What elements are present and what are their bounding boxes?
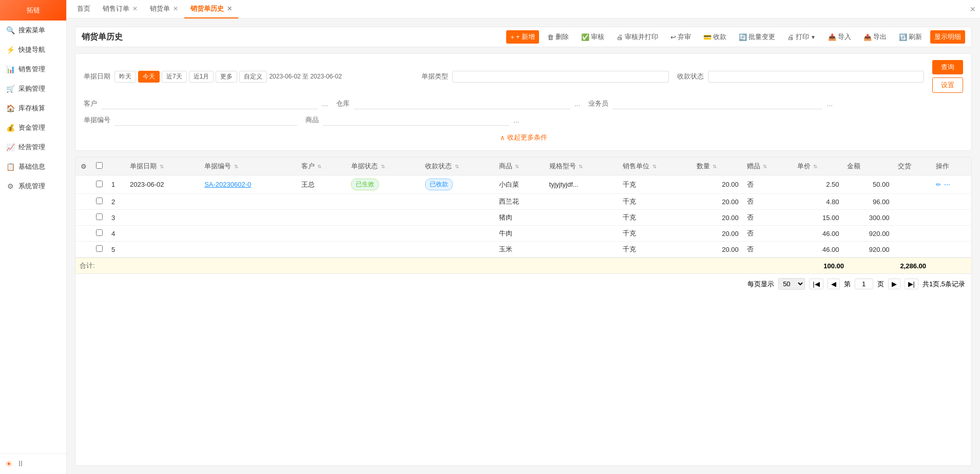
tab-sales-order-close[interactable]: ✕: [132, 5, 138, 12]
delete-button[interactable]: 🗑 删除: [543, 30, 573, 44]
basic-info-icon: 📋: [6, 163, 14, 171]
cell-amount: 920.00: [843, 242, 893, 258]
select-all-checkbox[interactable]: [96, 162, 103, 169]
print-button[interactable]: 🖨 打印 ▼: [783, 30, 820, 44]
tab-sales-order[interactable]: 销售订单 ✕: [97, 0, 144, 18]
search-menu-icon: 🔍: [6, 26, 14, 34]
sidebar-item-inventory[interactable]: 🏠 库存核算: [0, 98, 66, 118]
date-btn-yesterday[interactable]: 昨天: [114, 71, 136, 83]
col-doc-status[interactable]: 单据状态 ⇅: [347, 157, 421, 175]
collapse-btn[interactable]: ∧ 收起更多条件: [84, 131, 963, 144]
row-checkbox[interactable]: [96, 229, 103, 236]
cell-doc-date: [126, 242, 200, 258]
col-quantity[interactable]: 数量 ⇅: [693, 157, 743, 175]
col-payment-status[interactable]: 收款状态 ⇅: [421, 157, 495, 175]
salesperson-input[interactable]: [612, 98, 822, 109]
set-button[interactable]: 设置: [932, 77, 963, 93]
refresh-button[interactable]: 🔃 刷新: [895, 30, 926, 44]
query-button[interactable]: 查询: [932, 60, 963, 74]
cell-actions: [932, 194, 972, 210]
tab-sales-history[interactable]: 销货单历史 ✕: [184, 0, 238, 18]
col-spec-type[interactable]: 规格型号 ⇅: [545, 157, 619, 175]
payment-status-select[interactable]: [708, 71, 925, 83]
customer-ellipsis[interactable]: ...: [322, 100, 328, 108]
toolbar: 销货单历史 + + 新增 🗑 删除 ✅ 审核 🖨 审核并打印: [75, 27, 972, 47]
col-customer[interactable]: 客户 ⇅: [297, 157, 348, 175]
goods-ellipsis[interactable]: ...: [513, 116, 520, 124]
salesperson-ellipsis[interactable]: ...: [827, 100, 833, 108]
approve-button[interactable]: ✅ 审核: [577, 30, 608, 44]
more-action[interactable]: ⋯: [944, 181, 950, 188]
goods-input[interactable]: [323, 114, 509, 126]
page-size-select[interactable]: 50 100 200: [778, 278, 805, 290]
doc-no-link[interactable]: SA-20230602-0: [204, 181, 251, 188]
doc-type-select[interactable]: [452, 71, 669, 83]
table-row: 2 西兰花 千克 20.00 否 4.80 96.00: [75, 194, 971, 210]
import-button[interactable]: 📥 导入: [824, 30, 855, 44]
sidebar-item-search-menu[interactable]: 🔍 搜索菜单: [0, 21, 66, 40]
sidebar-item-basic-info[interactable]: 📋 基础信息: [0, 157, 66, 176]
show-details-button[interactable]: 显示明细: [930, 30, 965, 44]
sidebar-item-purchase-mgmt[interactable]: 🛒 采购管理: [0, 79, 66, 98]
sidebar-item-finance[interactable]: 💰 资金管理: [0, 118, 66, 137]
cell-unit-price: 2.50: [793, 175, 843, 194]
row-checkbox[interactable]: [96, 213, 103, 220]
page-title: 销货单历史: [82, 32, 123, 43]
col-doc-date[interactable]: 单据日期 ⇅: [126, 157, 200, 175]
cell-sales-unit: 千克: [619, 242, 693, 258]
tab-end-close[interactable]: ✕: [970, 5, 976, 13]
row-checkbox[interactable]: [96, 181, 103, 187]
sidebar-footer: ☀ ⏸: [0, 453, 66, 474]
sort-doc-date-icon: ⇅: [160, 164, 164, 169]
page-input[interactable]: [855, 279, 873, 289]
sidebar-item-operations[interactable]: 📈 经营管理: [0, 137, 66, 157]
tab-sales-delivery-close[interactable]: ✕: [173, 5, 178, 12]
doc-no-input[interactable]: [114, 114, 297, 126]
customer-input[interactable]: [101, 98, 318, 109]
cell-settings: [75, 175, 92, 194]
page-prev-btn[interactable]: ◀: [828, 279, 840, 289]
warehouse-input[interactable]: [354, 98, 570, 109]
date-btn-today[interactable]: 今天: [138, 71, 160, 83]
sidebar-item-sales-mgmt[interactable]: 📊 销售管理: [0, 60, 66, 79]
collect-button[interactable]: 💳 收款: [699, 30, 731, 44]
filter-salesperson: 业务员 ...: [588, 98, 833, 109]
sidebar-item-sys-mgmt[interactable]: ⚙ 系统管理: [0, 176, 66, 196]
batch-change-button[interactable]: 🔄 批量变更: [735, 30, 779, 44]
sidebar-footer-icon2[interactable]: ⏸: [16, 459, 25, 469]
col-goods[interactable]: 商品 ⇅: [495, 157, 545, 175]
export-button[interactable]: 📤 导出: [859, 30, 891, 44]
cell-quantity: 20.00: [693, 242, 743, 258]
row-checkbox[interactable]: [96, 245, 103, 252]
col-gift[interactable]: 赠品 ⇅: [743, 157, 793, 175]
warehouse-ellipsis[interactable]: ...: [574, 100, 581, 108]
import-icon: 📥: [828, 33, 836, 41]
col-unit-price[interactable]: 单价 ⇅: [793, 157, 843, 175]
sidebar-item-quick-nav[interactable]: ⚡ 快捷导航: [0, 40, 66, 60]
tab-sales-delivery[interactable]: 销货单 ✕: [144, 0, 184, 18]
date-btn-more[interactable]: 更多: [216, 71, 237, 83]
approve-print-button[interactable]: 🖨 审核并打印: [612, 30, 662, 44]
query-set-group: 查询 设置: [932, 60, 963, 93]
tab-sales-history-close[interactable]: ✕: [227, 5, 232, 12]
page-last-btn[interactable]: ▶|: [905, 279, 918, 289]
tab-home[interactable]: 首页: [71, 0, 97, 18]
col-settings[interactable]: ⚙: [75, 157, 92, 175]
date-btn-1month[interactable]: 近1月: [189, 71, 214, 83]
date-btn-custom[interactable]: 自定义: [239, 71, 267, 83]
col-doc-no[interactable]: 单据编号 ⇅: [200, 157, 297, 175]
page-next-btn[interactable]: ▶: [888, 279, 900, 289]
cell-settings: [75, 194, 92, 210]
date-btn-group: 昨天 今天 近7天 近1月 更多 自定义 2023-06-02 至 2023-0…: [114, 71, 342, 83]
col-sales-unit[interactable]: 销售单位 ⇅: [619, 157, 693, 175]
abandon-button[interactable]: ↩ 弃审: [666, 30, 695, 44]
add-button[interactable]: + + 新增: [506, 30, 539, 44]
row-checkbox[interactable]: [96, 198, 103, 204]
edit-action[interactable]: ✏: [936, 181, 941, 188]
page-first-btn[interactable]: |◀: [809, 279, 823, 289]
sidebar-footer-icon1[interactable]: ☀: [5, 459, 12, 469]
date-btn-7days[interactable]: 近7天: [162, 71, 187, 83]
customer-label: 客户: [84, 99, 97, 108]
filter-row-1: 单据日期 昨天 今天 近7天 近1月 更多 自定义 2023-06-02 至 2…: [84, 60, 963, 93]
main-table: ⚙ 单据日期 ⇅ 单据编号 ⇅: [75, 157, 971, 258]
